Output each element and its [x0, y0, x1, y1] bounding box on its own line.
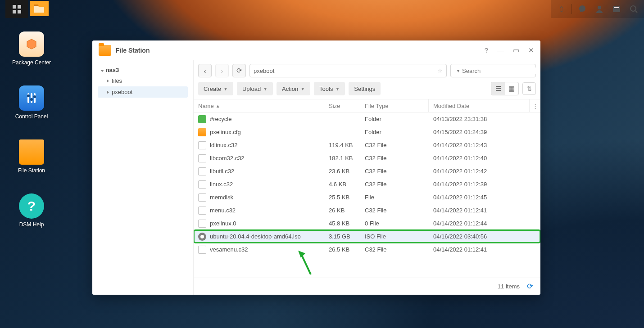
- table-row[interactable]: pxelinux.cfgFolder04/15/2022 01:24:39: [194, 126, 540, 139]
- help-button[interactable]: ?: [485, 46, 488, 54]
- svg-line-5: [635, 11, 637, 13]
- refresh-icon[interactable]: ⟳: [527, 282, 533, 291]
- col-header-type[interactable]: File Type: [360, 99, 429, 112]
- file-size: 25.5 KB: [324, 194, 360, 201]
- file-date: 04/14/2022 01:12:41: [429, 246, 540, 253]
- table-row[interactable]: ldlinux.c32119.4 KBC32 File04/14/2022 01…: [194, 139, 540, 152]
- tree-item-pxeboot[interactable]: pxeboot: [98, 86, 188, 98]
- grid-view-button[interactable]: ▦: [505, 82, 518, 95]
- window-titlebar[interactable]: File Station ? — ▭ ✕: [92, 40, 540, 60]
- svg-point-11: [33, 95, 36, 98]
- file-name: vesamenu.c32: [210, 246, 248, 253]
- file-name: libutil.c32: [210, 168, 234, 175]
- control-panel-icon: [19, 85, 44, 111]
- path-input[interactable]: pxeboot ☆: [249, 64, 447, 77]
- table-row[interactable]: libcom32.c32182.1 KBC32 File04/14/2022 0…: [194, 152, 540, 165]
- search-field[interactable]: ▾: [450, 64, 536, 77]
- table-row[interactable]: libutil.c3223.6 KBC32 File04/14/2022 01:…: [194, 165, 540, 178]
- reload-button[interactable]: ⟳: [232, 64, 246, 77]
- pin-icon[interactable]: ⇧: [554, 2, 568, 16]
- file-date: 04/15/2022 01:24:39: [429, 129, 540, 135]
- create-button[interactable]: Create▼: [198, 82, 233, 95]
- iso-icon: [198, 233, 206, 241]
- col-header-menu[interactable]: ⋮: [530, 99, 540, 112]
- col-header-size[interactable]: Size: [324, 99, 360, 112]
- file-date: 04/16/2022 03:40:56: [429, 233, 540, 240]
- col-header-name[interactable]: Name ▲: [194, 99, 324, 112]
- table-header: Name ▲ Size File Type Modified Date ⋮: [194, 99, 540, 112]
- file-size: 26 KB: [324, 207, 360, 214]
- action-button[interactable]: Action▼: [277, 82, 310, 95]
- settings-button[interactable]: Settings: [349, 82, 381, 95]
- close-button[interactable]: ✕: [528, 46, 534, 54]
- recycle-icon: [198, 115, 206, 123]
- system-topbar: ⇧: [0, 0, 644, 18]
- minimize-button[interactable]: —: [497, 46, 504, 54]
- table-row[interactable]: memdisk25.5 KBFile04/14/2022 01:12:45: [194, 191, 540, 204]
- file-list: #recycleFolder04/13/2022 23:31:38pxelinu…: [194, 112, 540, 278]
- file-icon: [198, 167, 206, 175]
- desktop-icon-label: File Station: [18, 167, 45, 174]
- search-icon[interactable]: [627, 2, 640, 16]
- file-station-window: File Station ? — ▭ ✕ nas3 filespxeboot ‹…: [92, 40, 540, 295]
- tree-root[interactable]: nas3: [98, 65, 188, 75]
- tree-item-files[interactable]: files: [98, 75, 188, 86]
- file-type: ISO File: [360, 233, 429, 240]
- favorite-star-icon[interactable]: ☆: [437, 67, 443, 74]
- dsm-help-icon: ?: [19, 193, 44, 219]
- file-icon: [198, 207, 206, 215]
- search-input[interactable]: [462, 67, 538, 74]
- file-date: 04/14/2022 01:12:42: [429, 168, 540, 175]
- taskbar-file-station[interactable]: [30, 1, 49, 16]
- svg-point-4: [630, 6, 636, 11]
- file-name: ldlinux.c32: [210, 142, 237, 148]
- desktop-icon-label: DSM Help: [19, 221, 44, 228]
- desktop-icon-control-panel[interactable]: Control Panel: [9, 85, 54, 120]
- file-name: menu.c32: [210, 207, 236, 214]
- app-launcher-button[interactable]: [5, 0, 28, 18]
- desktop-icon-package-center[interactable]: Package Center: [9, 31, 54, 66]
- list-view-button[interactable]: ☰: [491, 82, 505, 95]
- user-icon[interactable]: [593, 2, 606, 16]
- col-header-date[interactable]: Modified Date: [429, 99, 530, 112]
- table-row[interactable]: linux.c324.6 KBC32 File04/14/2022 01:12:…: [194, 178, 540, 191]
- file-type: C32 File: [360, 207, 429, 214]
- svg-rect-2: [613, 6, 620, 12]
- back-button[interactable]: ‹: [198, 64, 212, 77]
- table-row[interactable]: menu.c3226 KBC32 File04/14/2022 01:12:41: [194, 204, 540, 217]
- desktop-icon-file-station[interactable]: File Station: [9, 139, 54, 174]
- window-title: File Station: [116, 47, 150, 54]
- table-row[interactable]: #recycleFolder04/13/2022 23:31:38: [194, 112, 540, 126]
- svg-point-0: [579, 5, 585, 12]
- maximize-button[interactable]: ▭: [513, 46, 519, 54]
- file-type: C32 File: [360, 168, 429, 175]
- file-name: ubuntu-20.04.4-desktop-amd64.iso: [210, 233, 301, 240]
- file-date: 04/14/2022 01:12:40: [429, 155, 540, 162]
- file-size: 45.8 KB: [324, 220, 360, 227]
- sort-button[interactable]: ⇅: [522, 82, 536, 95]
- svg-rect-3: [614, 7, 619, 8]
- file-date: 04/14/2022 01:12:43: [429, 142, 540, 148]
- file-name: memdisk: [210, 194, 233, 201]
- chat-icon[interactable]: [576, 2, 589, 16]
- file-size: 119.4 KB: [324, 142, 360, 148]
- table-row[interactable]: pxelinux.045.8 KB0 File04/14/2022 01:12:…: [194, 217, 540, 230]
- table-row[interactable]: ubuntu-20.04.4-desktop-amd64.iso3.15 GBI…: [194, 230, 540, 243]
- upload-button[interactable]: Upload▼: [237, 82, 273, 95]
- file-name: pxelinux.0: [210, 220, 236, 227]
- file-date: 04/14/2022 01:12:39: [429, 181, 540, 188]
- file-size: 23.6 KB: [324, 168, 360, 175]
- desktop-icon-dsm-help[interactable]: ?DSM Help: [9, 193, 54, 228]
- file-type: C32 File: [360, 155, 429, 162]
- file-size: 3.15 GB: [324, 233, 360, 240]
- table-row[interactable]: vesamenu.c3226.5 KBC32 File04/14/2022 01…: [194, 243, 540, 256]
- svg-point-9: [27, 94, 30, 97]
- widgets-icon[interactable]: [610, 2, 623, 16]
- tools-button[interactable]: Tools▼: [314, 82, 345, 95]
- package-center-icon: [19, 31, 44, 57]
- file-date: 04/14/2022 01:12:45: [429, 194, 540, 201]
- forward-button[interactable]: ›: [215, 64, 229, 77]
- file-date: 04/14/2022 01:12:44: [429, 220, 540, 227]
- nav-toolbar: ‹ › ⟳ pxeboot ☆ ▾: [194, 60, 540, 81]
- file-name: pxelinux.cfg: [210, 129, 241, 135]
